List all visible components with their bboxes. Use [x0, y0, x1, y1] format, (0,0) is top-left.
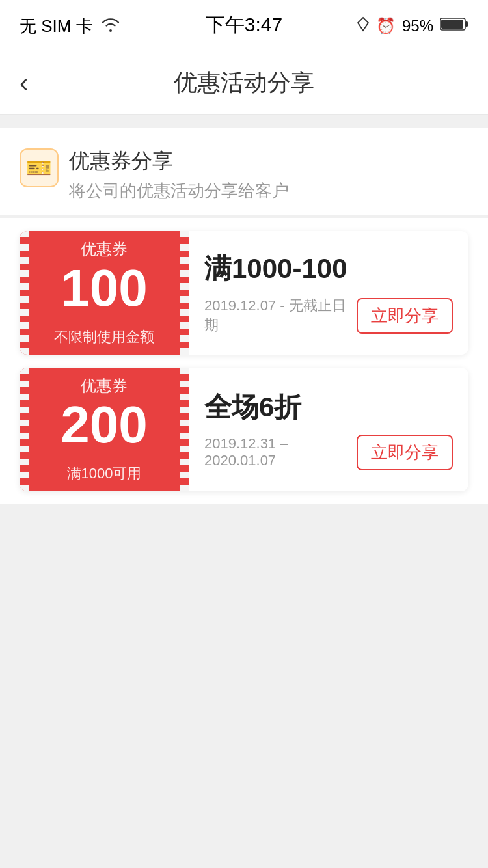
battery-text: 95% [402, 17, 433, 35]
status-left: 无 SIM 卡 [20, 15, 120, 38]
coupon-left-1: 优惠券 100 不限制使用金额 [20, 231, 189, 355]
coupon-footer-2: 2019.12.31 – 2020.01.07 立即分享 [204, 435, 453, 470]
coupon-condition-2: 满1000可用 [67, 464, 142, 483]
coupon-condition-1: 不限制使用金额 [54, 327, 154, 347]
coupon-label-2: 优惠券 [81, 375, 128, 396]
coupon-label-1: 优惠券 [81, 239, 128, 260]
coupon-name-2: 全场6折 [204, 389, 453, 426]
section-header: 🎫 优惠券分享 将公司的优惠活动分享给客户 [0, 128, 488, 215]
svg-rect-2 [441, 20, 463, 29]
coupon-right-1: 满1000-100 2019.12.07 - 无截止日期 立即分享 [189, 231, 468, 355]
status-right: ⏰ 95% [357, 16, 468, 36]
carrier-text: 无 SIM 卡 [20, 15, 93, 38]
section-text: 优惠券分享 将公司的优惠活动分享给客户 [69, 147, 289, 202]
coupon-card-1: 优惠券 100 不限制使用金额 满1000-100 2019.12.07 - 无… [20, 231, 468, 355]
coupon-left-2: 优惠券 200 满1000可用 [20, 368, 189, 491]
coupon-right-2: 全场6折 2019.12.31 – 2020.01.07 立即分享 [189, 368, 468, 491]
coupon-footer-1: 2019.12.07 - 无截止日期 立即分享 [204, 296, 453, 335]
page-title: 优惠活动分享 [174, 67, 314, 99]
coupon-card-2: 优惠券 200 满1000可用 全场6折 2019.12.31 – 2020.0… [20, 368, 468, 491]
section-subtitle: 将公司的优惠活动分享给客户 [69, 180, 289, 202]
back-button[interactable]: ‹ [20, 68, 28, 98]
coupon-name-1: 满1000-100 [204, 251, 453, 287]
share-button-1[interactable]: 立即分享 [357, 298, 453, 334]
wifi-icon [101, 16, 120, 36]
battery-icon [440, 17, 468, 35]
location-icon [357, 16, 370, 36]
section-title: 优惠券分享 [69, 147, 289, 176]
share-button-2[interactable]: 立即分享 [357, 435, 453, 470]
coupon-date-2: 2019.12.31 – 2020.01.07 [204, 435, 357, 469]
coupon-share-icon: 🎫 [20, 148, 59, 187]
alarm-icon: ⏰ [376, 17, 396, 35]
nav-bar: ‹ 优惠活动分享 [0, 52, 488, 115]
svg-rect-1 [465, 21, 468, 27]
status-bar: 无 SIM 卡 下午3:47 ⏰ 95% [0, 0, 488, 52]
coupon-amount-2: 200 [61, 399, 147, 451]
empty-area [0, 504, 488, 830]
coupons-list: 优惠券 100 不限制使用金额 满1000-100 2019.12.07 - 无… [0, 218, 488, 504]
coupon-date-1: 2019.12.07 - 无截止日期 [204, 296, 357, 335]
status-time: 下午3:47 [206, 12, 282, 38]
coupon-amount-1: 100 [61, 262, 147, 314]
